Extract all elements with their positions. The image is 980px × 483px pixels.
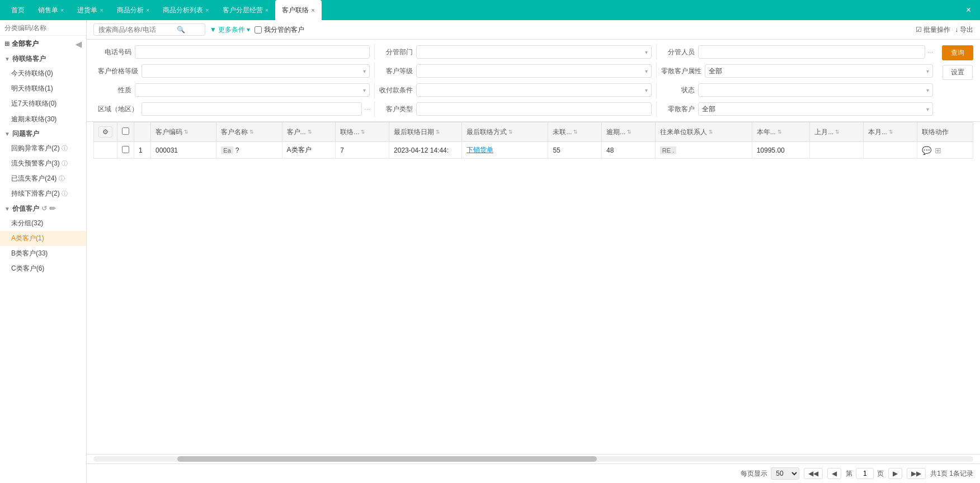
table-settings-button[interactable]: ⚙ [98,126,112,138]
filter-status-label: 状态 [661,86,695,95]
nav-customer-contact[interactable]: 客户联络 × [275,0,321,20]
row-unit-contacts: RE . [655,142,752,159]
row-checkbox[interactable] [122,146,129,153]
nav-purchase-close[interactable]: × [100,7,103,13]
first-page-button[interactable]: ◀◀ [804,468,823,479]
nav-product-list-close[interactable]: × [205,7,209,13]
row-last-method[interactable]: 下销货单 [462,142,548,159]
more-filter-button[interactable]: ▼ 更多条件 ▾ [210,25,250,35]
prev-page-button[interactable]: ◀ [827,468,841,479]
sort-icon-type: ⇅ [308,129,312,135]
message-icon[interactable]: 💬 [922,146,931,155]
sidebar-group-value[interactable]: ▼ 价值客户 ↺ ✏ [0,202,86,216]
scrollbar-thumb[interactable] [177,456,597,462]
sidebar-item-c-class[interactable]: C类客户(6) [0,261,86,276]
filter-status-select[interactable]: ▾ [698,83,933,97]
th-contacts-unit[interactable]: 往来单位联系人 ⇅ [655,122,752,142]
th-contact-count[interactable]: 联络... ⇅ [336,122,389,142]
search-input[interactable] [98,26,177,34]
export-button[interactable]: ↓ 导出 [955,25,973,35]
my-customers-checkbox[interactable] [255,26,262,34]
filter-retail-attr: 零散客户属性 全部 ▾ [657,63,937,79]
sidebar-item-a-class[interactable]: A类客户(1) [0,231,86,246]
filter-customer-type: 客户类型 [375,101,656,117]
nav-product-analysis-close[interactable]: × [146,7,149,13]
sidebar-item-b-class[interactable]: B类客户(33) [0,246,86,261]
nav-customer-segment-close[interactable]: × [265,7,268,13]
settings-button[interactable]: 设置 [943,65,973,80]
sidebar-item-tomorrow[interactable]: 明天待联络(1) [0,81,86,96]
row-code: 000031 [151,142,216,159]
filter-retail-select[interactable]: 全部 ▾ [698,102,933,116]
sidebar-item-warning[interactable]: 流失预警客户(3) ⓘ [0,156,86,171]
sidebar-item-overdue[interactable]: 逾期未联络(30) [0,112,86,127]
sidebar-group-problems[interactable]: ▼ 问题客户 [0,127,86,141]
th-customer-name[interactable]: 客户名称 ⇅ [216,122,282,142]
retail-arrow: ▾ [926,106,929,112]
sidebar-group-pending[interactable]: ▼ 待联络客户 [0,52,86,66]
nav-customer-contact-close[interactable]: × [311,7,314,13]
th-no-contact[interactable]: 未联... ⇅ [548,122,602,142]
page-number-input[interactable] [856,468,874,479]
filter-retail-attr-select[interactable]: 全部 ▾ [705,64,933,78]
nav-product-list[interactable]: 商品分析列表 × [156,0,215,20]
nav-customer-segment[interactable]: 客户分层经营 × [216,0,275,20]
window-close-button[interactable]: × [962,5,976,15]
th-customer-code[interactable]: 客户编码 ⇅ [151,122,216,142]
filter-payment-select[interactable]: ▾ [416,83,651,97]
info-icon-3: ⓘ [59,175,65,182]
qr-icon[interactable]: ⊞ [935,146,941,155]
row-checkbox-cell[interactable] [117,142,134,159]
filter-manager-input[interactable] [698,45,925,59]
filter-ctype-input[interactable] [416,102,651,116]
th-customer-type[interactable]: 客户... ⇅ [282,122,336,142]
search-icon[interactable]: 🔍 [177,26,185,34]
filter-row-1: 电话号码 分管部门 ▾ 分管人员 [93,44,937,60]
filter-dept-select[interactable]: ▾ [416,45,651,59]
filter-region-input[interactable] [142,102,362,116]
refresh-icon[interactable]: ↺ [41,205,47,212]
edit-icon[interactable]: ✏ [49,204,56,213]
sidebar-item-7days[interactable]: 近7天待联络(0) [0,96,86,111]
filter-price-label: 客户价格等级 [98,67,138,76]
sidebar-item-lost[interactable]: 已流失客户(24) ⓘ [0,171,86,186]
sidebar-item-abnormal[interactable]: 回购异常客户(2) ⓘ [0,141,86,156]
filter-level-select[interactable]: ▾ [416,64,651,78]
per-page-select[interactable]: 50 100 200 [771,467,799,480]
th-last-month[interactable]: 上月... ⇅ [810,122,864,142]
th-this-month[interactable]: 本月... ⇅ [863,122,917,142]
nav-purchase[interactable]: 进货单 × [70,0,110,20]
region-dots-button[interactable]: ··· [364,105,370,113]
last-page-button[interactable]: ▶▶ [907,468,926,479]
nav-sales-close[interactable]: × [60,7,64,13]
horizontal-scrollbar[interactable] [93,456,973,462]
th-overdue[interactable]: 逾期... ⇅ [602,122,656,142]
my-customers-checkbox-label[interactable]: 我分管的客户 [255,25,304,35]
filter-region: 区域（地区） ··· [93,101,375,117]
sidebar-search-input[interactable] [4,24,87,32]
th-last-contact-method[interactable]: 最后联络方式 ⇅ [462,122,548,142]
th-gear[interactable]: ⚙ [94,122,117,142]
select-all-checkbox[interactable] [122,127,129,135]
batch-op-button[interactable]: ☑ 批量操作 [916,25,950,35]
manager-dots-button[interactable]: ··· [927,48,933,56]
next-page-button[interactable]: ▶ [888,468,902,479]
filter-nature-select[interactable]: ▾ [135,83,370,97]
filter-status: 状态 ▾ [657,82,937,98]
filter-phone-input[interactable] [135,45,370,59]
nav-sales[interactable]: 销售单 × [31,0,70,20]
filter-price-select[interactable]: ▾ [142,64,370,78]
query-button[interactable]: 查询 [942,45,973,60]
nav-home[interactable]: 首页 [4,0,31,20]
sidebar-item-today[interactable]: 今天待联络(0) [0,66,86,81]
sidebar-all-customers[interactable]: ⊞ 全部客户 ◀ [0,36,86,52]
th-contact-action: 联络动作 [917,122,973,142]
th-this-year[interactable]: 本年... ⇅ [752,122,810,142]
contact-method-link[interactable]: 下销货单 [467,146,493,154]
sidebar-collapse-btn[interactable]: ◀ [76,40,82,49]
sidebar-item-declining[interactable]: 持续下滑客户(2) ⓘ [0,186,86,201]
nav-product-analysis[interactable]: 商品分析 × [110,0,156,20]
th-checkbox[interactable] [117,122,134,142]
th-last-contact-date[interactable]: 最后联络日期 ⇅ [389,122,462,142]
sidebar-item-ungrouped[interactable]: 未分组(32) [0,216,86,231]
